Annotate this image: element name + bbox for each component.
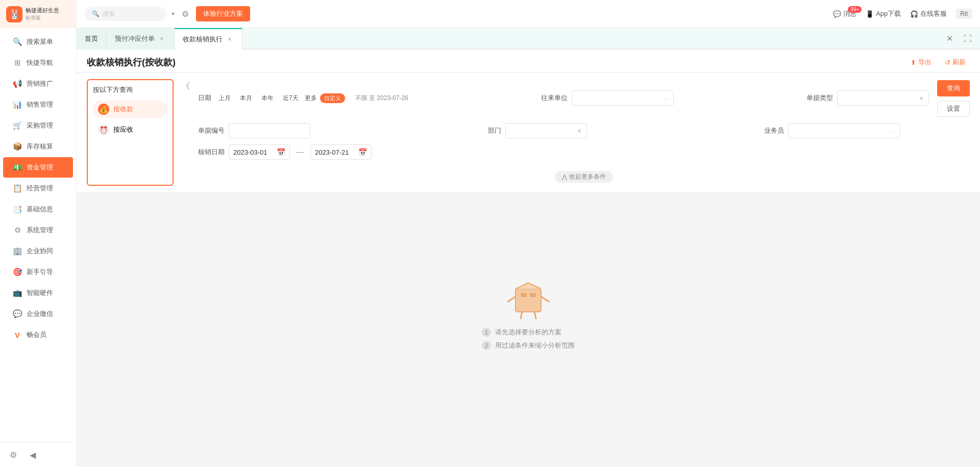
salesperson-label: 业务员 (764, 126, 784, 135)
writeoff-start-input[interactable]: 2023-03-01 📅 (229, 144, 290, 160)
topbar-chevron-icon[interactable]: ▾ (172, 10, 175, 17)
sidebar-item-label: 搜索菜单 (27, 37, 53, 46)
date-quick-btns: 上月 本月 本年 近7天 更多 自定义 (215, 93, 345, 104)
svg-line-6 (534, 312, 536, 318)
sidebar-item-wechat[interactable]: 💬 企业微信 (3, 304, 73, 324)
sidebar-item-system[interactable]: ⚙ 系统管理 (3, 220, 73, 240)
sidebar-item-finance[interactable]: 💵 资金管理 (3, 157, 73, 178)
app-name: 畅捷通好生意 (26, 7, 59, 14)
sidebar-item-guide[interactable]: 🎯 新手引导 (3, 262, 73, 282)
export-button[interactable]: ⬆ 导出 (906, 56, 936, 69)
topbar-gear-icon[interactable]: ⚙ (180, 7, 191, 21)
sidebar-item-sales[interactable]: 📊 销售管理 (3, 94, 73, 115)
counterparty-input[interactable]: ··· (572, 90, 674, 106)
collapse-more-label: 收起更多条件 (569, 173, 606, 181)
billtype-select[interactable]: ▾ (837, 90, 929, 106)
svg-rect-2 (530, 293, 536, 297)
username-label: Rit (960, 10, 968, 17)
writeoff-label: 核销日期 (198, 148, 225, 157)
dept-select[interactable]: ▾ (505, 123, 587, 138)
filter-option-collection-label: 按收款 (113, 105, 133, 114)
filter-section: 按以下方查询 💰 按收款 ⏰ 按应收 《 日期 (77, 73, 980, 192)
settings-bottom-icon[interactable]: ⚙ (6, 448, 20, 462)
date-custom-badge[interactable]: 自定义 (320, 93, 345, 103)
page-content: 收款核销执行(按收款) ⬆ 导出 ↺ 刷新 按以下方查询 💰 按收款 (77, 50, 980, 467)
billno-label: 单据编号 (198, 126, 225, 135)
tab-collect-label: 收款核销执行 (183, 35, 223, 44)
filter-writeoff-group: 核销日期 2023-03-01 📅 — 2023-07-21 📅 (198, 144, 372, 160)
tab-collect[interactable]: 收款核销执行 × (175, 28, 242, 50)
inventory-icon: 📦 (12, 141, 22, 152)
home-icon: ⊞ (12, 58, 22, 68)
member-icon: V (12, 330, 22, 340)
svg-line-5 (521, 312, 522, 318)
query-buttons: 查询 设置 (937, 79, 970, 117)
tab-home[interactable]: 首页 (77, 28, 107, 50)
page-header-actions: ⬆ 导出 ↺ 刷新 (906, 56, 970, 69)
date-btn-this-month[interactable]: 本月 (237, 93, 255, 104)
sidebar-item-label: 基础信息 (27, 205, 53, 214)
sidebar-item-inventory[interactable]: 📦 库存核算 (3, 136, 73, 157)
setting-button[interactable]: 设置 (937, 101, 970, 117)
salesperson-input[interactable]: ··· (788, 123, 900, 138)
search-placeholder-text: 搜索 (103, 10, 115, 18)
user-profile-button[interactable]: Rit (956, 9, 972, 19)
sidebar-item-label: 企业协同 (27, 247, 53, 256)
refresh-button[interactable]: ↺ 刷新 (941, 56, 970, 69)
date-btn-this-year[interactable]: 本年 (258, 93, 277, 104)
filter-dept-group: 部门 ▾ (488, 123, 587, 138)
receivable-icon: ⏰ (98, 124, 109, 135)
sidebar-item-enterprise[interactable]: 🏢 企业协同 (3, 241, 73, 261)
close-all-tabs-icon[interactable]: ✕ (942, 32, 957, 46)
online-service-button[interactable]: 🎧 在线客服 (910, 9, 947, 18)
sidebar-item-label: 快捷导航 (27, 58, 53, 67)
svg-rect-1 (521, 293, 527, 297)
industry-btn[interactable]: 体验行业方案 (196, 6, 250, 21)
wechat-icon: 💬 (12, 309, 22, 319)
sidebar-item-label: 企业微信 (27, 309, 53, 318)
sidebar: 🐰 畅捷通好生意 标准版 🔍 搜索菜单 ⊞ 快捷导航 📢 营销推广 📊 销售管理… (0, 0, 77, 467)
expand-tabs-icon[interactable]: ⛶ (961, 32, 975, 46)
sidebar-item-purchase[interactable]: 🛒 采购管理 (3, 115, 73, 136)
sidebar-menu: 🔍 搜索菜单 ⊞ 快捷导航 📢 营销推广 📊 销售管理 🛒 采购管理 📦 库存核… (0, 28, 76, 442)
billtype-label: 单据类型 (806, 93, 833, 103)
tab-prepay-close-icon[interactable]: × (158, 35, 166, 43)
tab-prepay[interactable]: 预付冲应付单 × (107, 28, 175, 50)
topbar-search-box[interactable]: 🔍 搜索 (85, 7, 166, 21)
filter-collapse-toggle[interactable]: 《 (182, 81, 190, 92)
sidebar-item-search[interactable]: 🔍 搜索菜单 (3, 32, 73, 52)
app-edition: 标准版 (26, 14, 59, 21)
tab-collect-close-icon[interactable]: × (226, 35, 234, 43)
billno-input[interactable] (229, 123, 310, 138)
sidebar-item-quicknav[interactable]: ⊞ 快捷导航 (3, 53, 73, 73)
topbar: 🔍 搜索 ▾ ⚙ 体验行业方案 💬 消息 99+ 📱 App下载 🎧 在线客服 … (77, 0, 980, 28)
sidebar-item-operation[interactable]: 📋 经营管理 (3, 178, 73, 199)
sidebar-item-marketing[interactable]: 📢 营销推广 (3, 73, 73, 94)
page-title: 收款核销执行(按收款) (87, 56, 176, 68)
filter-fields: 日期 上月 本月 本年 近7天 更多 自定义 不限 至 2023-07-26 (198, 79, 970, 186)
date-label: 日期 (198, 93, 211, 103)
collapse-more-button[interactable]: ⋀ 收起更多条件 (555, 171, 613, 183)
tabbar-actions: ✕ ⛶ (942, 32, 980, 46)
filter-option-receivable[interactable]: ⏰ 按应收 (93, 121, 167, 138)
filter-date-group: 日期 上月 本月 本年 近7天 更多 自定义 (198, 93, 345, 104)
date-btn-last-month[interactable]: 上月 (215, 93, 234, 104)
sidebar-item-label: 资金管理 (27, 163, 53, 172)
page-header: 收款核销执行(按收款) ⬆ 导出 ↺ 刷新 (77, 50, 980, 72)
empty-state: 1 请先选择要分析的方案 2 用过滤条件来缩小分析范围 (77, 192, 980, 467)
date-btn-7days[interactable]: 近7天 (280, 93, 302, 104)
collapse-sidebar-icon[interactable]: ◀ (26, 448, 40, 462)
filter-section-title: 按以下方查询 (93, 85, 167, 94)
filter-option-collection[interactable]: 💰 按收款 (93, 101, 167, 118)
sidebar-item-basic[interactable]: 📑 基础信息 (3, 199, 73, 219)
sidebar-item-member[interactable]: V 畅会员 (3, 325, 73, 345)
query-button[interactable]: 查询 (937, 80, 970, 96)
sidebar-item-hardware[interactable]: 📺 智能硬件 (3, 283, 73, 303)
message-button[interactable]: 💬 消息 99+ (833, 9, 856, 18)
app-download-button[interactable]: 📱 App下载 (866, 9, 901, 18)
writeoff-end-input[interactable]: 2023-07-21 📅 (310, 144, 372, 160)
app-icon: 📱 (866, 10, 874, 18)
guide-icon: 🎯 (12, 267, 22, 277)
app-logo: 🐰 畅捷通好生意 标准版 (0, 0, 76, 28)
date-btn-more[interactable]: 更多 (305, 94, 317, 103)
